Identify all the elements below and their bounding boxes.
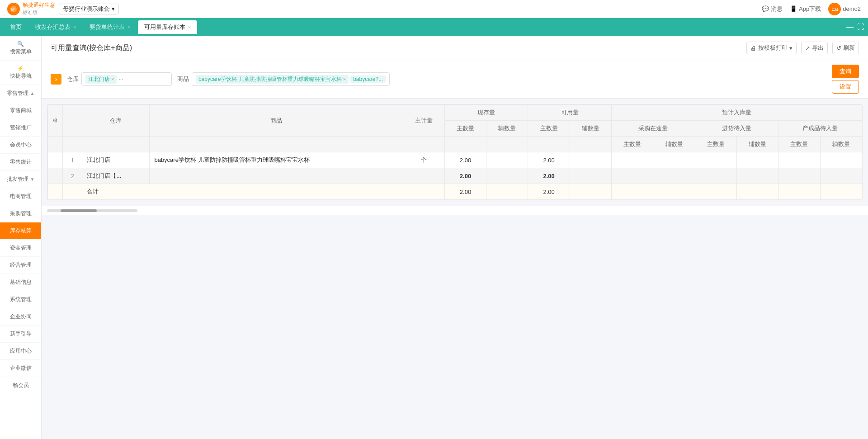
nav-tabs: 首页 收发存汇总表 × 要货单统计表 × 可用量库存账本 × — ⛶ bbox=[0, 18, 868, 36]
cell-purchase-aux-1 bbox=[653, 152, 695, 168]
top-bar-left: 好 畅捷通好生意 标准版 母婴行业演示账套 ▾ bbox=[7, 2, 119, 16]
app-icon: 📱 bbox=[790, 5, 797, 12]
sidebar-item-marketing[interactable]: 营销推广 bbox=[0, 119, 41, 137]
available-inventory-tab-label: 可用量库存账本 bbox=[144, 23, 185, 31]
content-area: 可用量查询(按仓库+商品) 🖨 按模板打印 ▾ ↗ 导出 ↺ 刷新 bbox=[42, 36, 868, 439]
tab-home[interactable]: 首页 bbox=[4, 20, 28, 34]
cell-purchase-main-2 bbox=[612, 168, 653, 184]
total-avail-main: 2.00 bbox=[528, 184, 570, 200]
sidebar-item-pro-member[interactable]: 畅会员 bbox=[0, 377, 41, 394]
cell-settings-2 bbox=[48, 168, 63, 184]
sidebar-item-finance-mgmt[interactable]: 资金管理 bbox=[0, 240, 41, 257]
tab-order-stats[interactable]: 要货单统计表 × bbox=[83, 20, 137, 34]
cell-purchase-main-1 bbox=[612, 152, 653, 168]
warehouse-filter-group: 仓库 江北门店 × ··· bbox=[67, 72, 172, 86]
minimize-icon[interactable]: — bbox=[846, 23, 854, 31]
refresh-button[interactable]: ↺ 刷新 bbox=[832, 42, 859, 54]
app-download-button[interactable]: 📱 App下载 bbox=[790, 5, 821, 13]
inventory-table: ⚙ 仓库 商品 主计量 现存量 可用量 预计入库量 主数量 辅数量 主数量 辅数… bbox=[47, 104, 862, 200]
col-header-incoming-aux: 辅数量 bbox=[736, 137, 778, 152]
col-header-purchase-main: 主数量 bbox=[612, 137, 653, 152]
refresh-icon: ↺ bbox=[836, 45, 841, 52]
warehouse-filter-input[interactable]: 江北门店 × ··· bbox=[81, 72, 172, 86]
product-tag-2: babycare?... bbox=[350, 76, 386, 83]
print-template-button[interactable]: 🖨 按模板打印 ▾ bbox=[746, 42, 797, 54]
sidebar-item-enterprise-collab[interactable]: 企业协同 bbox=[0, 308, 41, 326]
cell-rownum-1: 1 bbox=[63, 152, 82, 168]
warehouse-more-icon[interactable]: ··· bbox=[118, 76, 123, 82]
sidebar-item-system-mgmt[interactable]: 系统管理 bbox=[0, 291, 41, 308]
cell-product-2 bbox=[150, 168, 403, 184]
store-name: 母婴行业演示账套 bbox=[63, 5, 110, 13]
retail-mall-label: 零售商城 bbox=[10, 107, 32, 114]
sidebar-item-purchase-mgmt[interactable]: 采购管理 bbox=[0, 205, 41, 222]
wholesale-mgmt-label: 批发管理 bbox=[7, 175, 28, 183]
cell-avail-aux-1 bbox=[570, 152, 611, 168]
col-header-production-pending: 产成品待入量 bbox=[778, 121, 862, 137]
filter-actions: 查询 设置 bbox=[832, 65, 859, 94]
retail-mgmt-label: 零售管理 bbox=[7, 90, 28, 97]
filter-bar: › 仓库 江北门店 × ··· 商品 babycare学饮杯 儿童防摔防撞吸管杯… bbox=[42, 60, 868, 99]
user-menu[interactable]: Ea demo2 bbox=[828, 3, 861, 15]
svg-text:好: 好 bbox=[11, 7, 15, 11]
total-cell-empty2 bbox=[63, 184, 82, 200]
close-available-inventory-tab[interactable]: × bbox=[188, 24, 191, 30]
sidebar-item-retail-mall[interactable]: 零售商城 bbox=[0, 102, 41, 119]
close-order-stats-tab[interactable]: × bbox=[127, 24, 130, 30]
tab-receipt[interactable]: 收发存汇总表 × bbox=[29, 20, 82, 34]
sidebar-item-retail-mgmt[interactable]: 零售管理 ▲ bbox=[0, 85, 41, 102]
tab-available-inventory[interactable]: 可用量库存账本 × bbox=[138, 20, 197, 34]
system-mgmt-label: 系统管理 bbox=[10, 296, 32, 303]
export-button[interactable]: ↗ 导出 bbox=[801, 42, 828, 54]
total-production-aux bbox=[820, 184, 862, 200]
new-guide-label: 新手引导 bbox=[10, 330, 32, 338]
sidebar-item-quick-nav[interactable]: ⚡ 快捷导航 bbox=[0, 61, 41, 85]
col-header-purchase-transit: 采购在途量 bbox=[612, 121, 695, 137]
total-incoming-aux bbox=[736, 184, 778, 200]
top-bar-right: 💬 消息 📱 App下载 Ea demo2 bbox=[762, 3, 861, 15]
quick-nav-icon: ⚡ bbox=[17, 65, 24, 71]
product-filter-input[interactable]: babycare学饮杯 儿童防摔防撞吸管杯重力球吸嘴杯宝宝水杯 × babyca… bbox=[192, 72, 390, 86]
sidebar-item-basic-info[interactable]: 基础信息 bbox=[0, 274, 41, 291]
store-selector[interactable]: 母婴行业演示账套 ▾ bbox=[59, 4, 119, 14]
sidebar-item-app-center[interactable]: 应用中心 bbox=[0, 343, 41, 360]
cell-product-1: babycare学饮杯 儿童防摔防撞吸管杯重力球吸嘴杯宝宝水杯 bbox=[150, 152, 403, 168]
main-layout: 🔍 搜索菜单 ⚡ 快捷导航 零售管理 ▲ 零售商城 营销推广 会员中心 零售统计… bbox=[0, 36, 868, 439]
total-current-main: 2.00 bbox=[444, 184, 486, 200]
sidebar-item-search-menu[interactable]: 🔍 搜索菜单 bbox=[0, 36, 41, 61]
col-header-avail-aux: 辅数量 bbox=[570, 121, 611, 137]
query-button[interactable]: 查询 bbox=[832, 65, 859, 78]
col-header-production-aux: 辅数量 bbox=[820, 137, 862, 152]
col-header-empty2 bbox=[63, 137, 82, 152]
close-receipt-tab[interactable]: × bbox=[73, 24, 76, 30]
col-header-expected-in: 预计入库量 bbox=[612, 105, 862, 121]
product-tag-1-close[interactable]: × bbox=[343, 76, 346, 82]
table-container: ⚙ 仓库 商品 主计量 现存量 可用量 预计入库量 主数量 辅数量 主数量 辅数… bbox=[47, 104, 863, 200]
col-header-empty4 bbox=[150, 137, 403, 152]
print-icon: 🖨 bbox=[750, 45, 756, 52]
sidebar-item-new-guide[interactable]: 新手引导 bbox=[0, 326, 41, 343]
col-header-empty1 bbox=[48, 137, 63, 152]
filter-toggle-button[interactable]: › bbox=[51, 74, 61, 85]
sidebar-item-inventory-check[interactable]: 库存核算 bbox=[0, 222, 41, 240]
warehouse-tag: 江北门店 × bbox=[85, 75, 117, 84]
horizontal-scrollbar[interactable] bbox=[47, 209, 137, 212]
sidebar-item-member-center[interactable]: 会员中心 bbox=[0, 137, 41, 154]
col-header-empty5 bbox=[403, 137, 444, 152]
message-button[interactable]: 💬 消息 bbox=[762, 5, 783, 13]
sidebar-item-operations-mgmt[interactable]: 经营管理 bbox=[0, 257, 41, 274]
warehouse-tag-close[interactable]: × bbox=[111, 76, 114, 82]
maximize-icon[interactable]: ⛶ bbox=[857, 23, 864, 31]
cell-avail-main-1: 2.00 bbox=[528, 152, 570, 168]
sidebar-item-retail-stats[interactable]: 零售统计 bbox=[0, 154, 41, 171]
settings-button[interactable]: 设置 bbox=[832, 80, 859, 94]
sidebar-item-enterprise-wechat[interactable]: 企业微信 bbox=[0, 360, 41, 377]
cell-avail-aux-2 bbox=[570, 168, 611, 184]
sidebar-item-wholesale-mgmt[interactable]: 批发管理 ▼ bbox=[0, 171, 41, 188]
product-tag-1-text: babycare学饮杯 儿童防摔防撞吸管杯重力球吸嘴杯宝宝水杯 bbox=[198, 76, 342, 83]
wholesale-mgmt-arrow: ▼ bbox=[30, 177, 35, 182]
sidebar-item-ecommerce-mgmt[interactable]: 电商管理 bbox=[0, 188, 41, 205]
member-center-label: 会员中心 bbox=[10, 141, 32, 149]
cell-current-main-1: 2.00 bbox=[444, 152, 486, 168]
cell-production-aux-1 bbox=[820, 152, 862, 168]
